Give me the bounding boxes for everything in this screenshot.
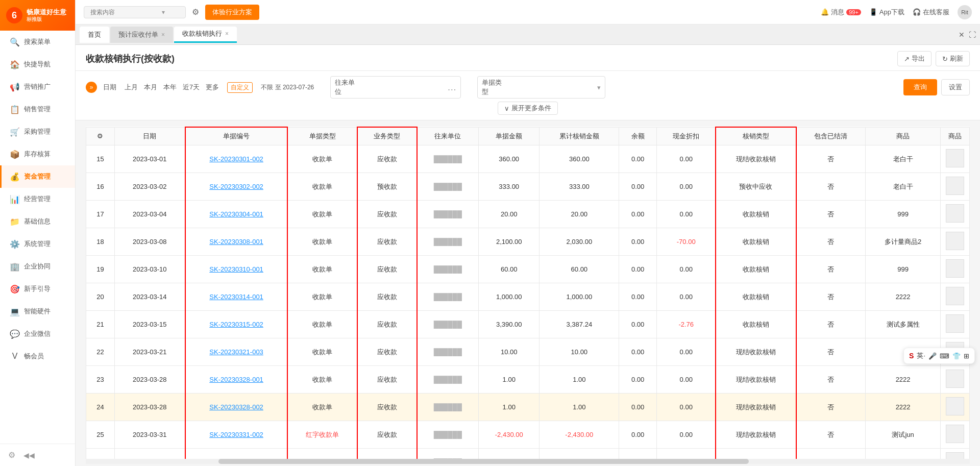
col-bill-type[interactable]: 单据类型 (287, 127, 357, 145)
prepay-tab-close[interactable]: × (161, 31, 165, 38)
bill-no-link[interactable]: SK-20230328-002 (209, 403, 263, 411)
floating-toolbar: S 英· 🎤 ⌨ 👕 ⊞ (903, 348, 975, 364)
sidebar-item-member[interactable]: V 畅会员 (0, 345, 75, 367)
table-row: 18 2023-03-08 SK-20230308-001 收款单 应收款 ██… (86, 228, 970, 256)
col-cancel-type[interactable]: 核销类型 (716, 127, 796, 145)
filter-expand-btn[interactable]: » (86, 82, 97, 93)
scrollbar-thumb[interactable] (218, 459, 749, 464)
collection-tab-close[interactable]: × (225, 30, 229, 37)
collapse-icon[interactable]: ◀◀ (23, 451, 35, 459)
col-accum-cancel[interactable]: 累计核销金额 (540, 127, 619, 145)
col-bill-no[interactable]: 单据编号 (185, 127, 288, 145)
logo-icon: 6 (6, 7, 22, 23)
col-amount[interactable]: 单据金额 (478, 127, 539, 145)
sidebar-item-basic-info[interactable]: 📁 基础信息 (0, 210, 75, 233)
sidebar-item-system[interactable]: ⚙️ 系统管理 (0, 233, 75, 255)
app-download-area[interactable]: 📱 App下载 (869, 8, 904, 17)
cell-bill-type: 收款单 (287, 228, 357, 256)
bill-no-link[interactable]: SK-20230304-001 (209, 210, 263, 218)
grid-icon[interactable]: ⊞ (964, 352, 969, 360)
tab-collection[interactable]: 收款核销执行 × (174, 27, 237, 43)
sidebar-item-marketing[interactable]: 📢 营销推广 (0, 76, 75, 98)
export-button[interactable]: ↗ 导出 (897, 51, 932, 66)
table-row: 16 2023-03-02 SK-20230302-002 收款单 预收款 ██… (86, 173, 970, 201)
bill-type-input[interactable] (505, 84, 597, 91)
refresh-icon: ↻ (942, 55, 948, 63)
sidebar-item-inventory[interactable]: 📦 库存核算 (0, 143, 75, 165)
search-input[interactable] (90, 9, 162, 16)
sidebar-item-sales[interactable]: 📋 销售管理 (0, 98, 75, 120)
bill-no-link[interactable]: SK-20230302-002 (209, 183, 263, 190)
expand-more-btn[interactable]: ∨ 展开更多条件 (498, 102, 558, 115)
date-7days-btn[interactable]: 近7天 (181, 82, 202, 93)
solution-button[interactable]: 体验行业方案 (205, 5, 259, 20)
bill-no-link[interactable]: SK-20230321-003 (209, 348, 263, 356)
cell-date: 2023-03-28 (114, 394, 185, 421)
col-biz-type[interactable]: 业务类型 (357, 127, 416, 145)
date-more-btn[interactable]: 更多 (204, 82, 221, 93)
notice-area[interactable]: 🔔 消息 99+ (821, 8, 861, 17)
col-cash-discount[interactable]: 现金折扣 (657, 127, 716, 145)
sidebar-item-wechat[interactable]: 💬 企业微信 (0, 323, 75, 345)
col-partner[interactable]: 往来单位 (417, 127, 479, 145)
cell-accum-cancel: 20.00 (540, 201, 619, 228)
sidebar-item-hardware[interactable]: 💻 智能硬件 (0, 300, 75, 323)
sidebar-item-quick-nav[interactable]: 🏠 快捷导航 (0, 53, 75, 76)
col-goods[interactable]: 商品 (866, 127, 941, 145)
sidebar-item-purchase[interactable]: 🛒 采购管理 (0, 120, 75, 143)
partner-input[interactable] (355, 84, 448, 91)
bill-no-link[interactable]: SK-20230301-002 (209, 155, 263, 163)
bill-type-filter-wrap: 单据类型 ▾ (477, 76, 605, 99)
cell-cancel-type: 收款核销 (716, 283, 796, 311)
tab-close-all-btn[interactable]: ✕ (959, 31, 965, 39)
shirt-icon[interactable]: 👕 (952, 352, 961, 360)
col-goods2[interactable]: 商品 (941, 127, 970, 145)
headset-icon: 🎧 (913, 8, 921, 16)
sidebar-icon-system: ⚙️ (10, 239, 20, 249)
tab-prepay[interactable]: 预计应收付单 × (110, 27, 173, 43)
refresh-button[interactable]: ↻ 刷新 (936, 51, 970, 66)
col-include-settled[interactable]: 包含已结清 (796, 127, 866, 145)
settings-button[interactable]: 设置 (941, 79, 970, 95)
service-area[interactable]: 🎧 在线客服 (913, 8, 949, 17)
bill-type-dropdown-icon[interactable]: ▾ (597, 84, 601, 91)
bill-no-link[interactable]: SK-20230315-002 (209, 321, 263, 328)
bill-no-link[interactable]: SK-20230328-001 (209, 376, 263, 383)
col-date[interactable]: 日期 (114, 127, 185, 145)
bill-no-link[interactable]: SK-20230331-002 (209, 431, 263, 438)
date-custom-btn[interactable]: 自定义 (227, 82, 253, 93)
sidebar-item-finance[interactable]: 💰 资金管理 (0, 165, 75, 188)
cell-bill-type: 收款单 (287, 338, 357, 366)
cell-partner: ██████ (417, 338, 479, 366)
cell-partner: ██████ (417, 283, 479, 311)
horizontal-scrollbar[interactable] (86, 459, 970, 464)
bill-no-link[interactable]: SK-20230314-001 (209, 293, 263, 301)
date-this-year-btn[interactable]: 本年 (161, 82, 179, 93)
mic-icon[interactable]: 🎤 (928, 352, 937, 360)
keyboard-icon[interactable]: ⌨ (940, 352, 949, 360)
sidebar-item-corp[interactable]: 🏢 企业协同 (0, 255, 75, 278)
table-row: 22 2023-03-21 SK-20230321-003 收款单 应收款 ██… (86, 338, 970, 366)
date-last-month-btn[interactable]: 上月 (122, 82, 140, 93)
tab-home[interactable]: 首页 (80, 27, 109, 43)
collection-tab-label: 收款核销执行 (182, 29, 222, 38)
tab-fullscreen-btn[interactable]: ⛶ (969, 31, 976, 39)
cell-biz-type: 应收款 (357, 366, 416, 394)
sidebar-item-search[interactable]: 🔍 搜索菜单 (0, 31, 75, 53)
query-button[interactable]: 查询 (903, 79, 937, 95)
col-gear[interactable]: ⚙ (86, 127, 115, 145)
bill-no-link[interactable]: SK-20230308-001 (209, 238, 263, 246)
sidebar-item-operation[interactable]: 📊 经营管理 (0, 188, 75, 210)
user-avatar[interactable]: Rit (958, 5, 972, 19)
cell-biz-type: 应收款 (357, 201, 416, 228)
sidebar-item-guide[interactable]: 🎯 新手引导 (0, 278, 75, 300)
bill-no-link[interactable]: SK-20230310-001 (209, 265, 263, 273)
cell-amount: 333.00 (478, 173, 539, 201)
partner-search-icon[interactable]: … (447, 82, 456, 93)
settings-icon[interactable]: ⚙ (8, 450, 15, 460)
gear-icon[interactable]: ⚙ (192, 7, 199, 17)
sidebar-icon-finance: 💰 (10, 171, 20, 182)
cell-date: 2023-03-08 (114, 228, 185, 256)
date-this-month-btn[interactable]: 本月 (142, 82, 159, 93)
col-balance[interactable]: 余额 (619, 127, 657, 145)
